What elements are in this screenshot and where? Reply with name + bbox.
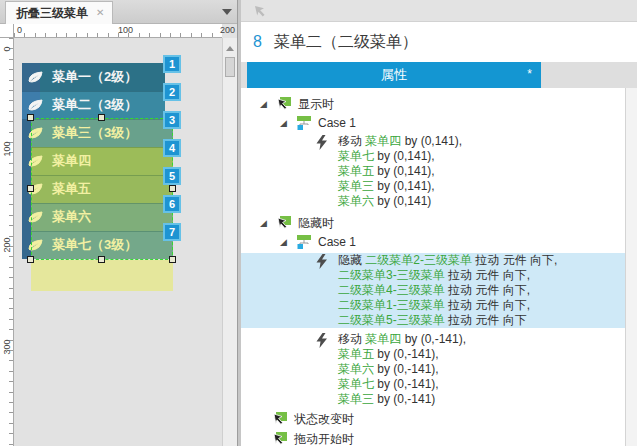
v-ruler-label-300: 300: [2, 338, 12, 356]
event-row-dragstart[interactable]: 拖动开始时: [241, 429, 625, 446]
menu-item-label: 菜单六: [52, 208, 91, 226]
v-ruler-label-100: 100: [2, 140, 12, 158]
case-label: Case 1: [318, 235, 356, 249]
tab-properties[interactable]: 属性 *: [247, 62, 541, 88]
horizontal-ruler: 0 100 200: [14, 24, 222, 38]
leaf-icon: [27, 98, 44, 112]
action-text: 隐藏 二级菜单2-三级菜单 拉动 元件 向下, 二级菜单3-三级菜单 拉动 元件…: [338, 253, 557, 328]
event-row-statechange[interactable]: 状态改变时: [241, 409, 625, 429]
panel-tab-bar: 属性 *: [241, 62, 637, 88]
leaf-icon: [27, 238, 44, 252]
menu-item-label: 菜单一（2级）: [52, 68, 137, 86]
event-cursor-icon: [272, 431, 288, 446]
design-canvas[interactable]: 菜单一（2级） 菜单二（3级） 菜单三（3级） 菜单四 菜单五 菜单六 菜单七（…: [14, 38, 222, 446]
case-label: Case 1: [318, 116, 356, 130]
document-tab-bar: 折叠三级菜单 ✕: [0, 0, 237, 24]
h-ruler-label-100: 100: [118, 25, 133, 35]
action-bolt-icon: [316, 254, 329, 269]
widget-number: 8: [253, 33, 262, 51]
inspector-panel: 8 菜单二（二级菜单） 属性 * ◢ 显示时 ◢: [241, 0, 637, 446]
leaf-icon: [27, 210, 44, 224]
h-ruler-label-0: 0: [17, 25, 22, 35]
h-ruler-label-200: 200: [220, 25, 235, 35]
menu-item-label: 菜单四: [52, 152, 91, 170]
footnote-badge-2: 2: [163, 83, 181, 101]
menu-item-label: 菜单七（3级）: [52, 236, 137, 254]
footnote-badge-3: 3: [163, 111, 181, 129]
menu-item-label: 菜单三（3级）: [52, 124, 137, 142]
vertical-ruler: 0 100 200 300: [0, 38, 14, 446]
selection-handle-mid-left[interactable]: [27, 185, 34, 192]
menu-item-7[interactable]: 菜单七（3级）: [22, 231, 173, 259]
action-bolt-icon: [316, 333, 329, 348]
tab-close-icon[interactable]: ✕: [96, 8, 104, 18]
leaf-icon: [27, 126, 44, 140]
selection-handle-top-left[interactable]: [27, 114, 34, 121]
event-row-onhide[interactable]: ◢ 隐藏时: [241, 213, 625, 233]
menu-item-1[interactable]: 菜单一（2级）: [22, 63, 165, 91]
menu-item-4[interactable]: 菜单四: [22, 147, 173, 175]
widget-title-row: 8 菜单二（二级菜单）: [241, 22, 637, 62]
event-label: 状态改变时: [294, 411, 354, 428]
selection-handle-bottom-right[interactable]: [169, 256, 176, 263]
panel-scrollbar-track[interactable]: [625, 88, 637, 446]
tab-list-dropdown-icon[interactable]: [222, 9, 232, 15]
v-ruler-label-200: 200: [2, 236, 12, 254]
widget-title: 菜单二（二级菜单）: [274, 32, 418, 53]
footnote-badge-4: 4: [163, 139, 181, 157]
leaf-icon: [27, 154, 44, 168]
unsaved-marker: *: [527, 67, 532, 81]
case-diagram-icon: [296, 115, 312, 131]
v-ruler-label-0: 0: [2, 40, 12, 58]
selection-handle-bottom-mid[interactable]: [98, 256, 105, 263]
event-cursor-icon: [276, 215, 292, 231]
action-move-hide[interactable]: 移动 菜单四 by (0,-141), 菜单五 by (0,-141), 菜单六…: [241, 332, 625, 407]
action-text: 移动 菜单四 by (0,-141), 菜单五 by (0,-141), 菜单六…: [338, 332, 466, 407]
footnote-badge-7: 7: [163, 223, 181, 241]
panel-header-bar: [241, 0, 637, 22]
footnote-badge-6: 6: [163, 195, 181, 213]
case-row[interactable]: ◢ Case 1: [241, 233, 625, 251]
menu-item-label: 菜单五: [52, 180, 91, 198]
interactions-list: ◢ 显示时 ◢ Case 1: [241, 88, 625, 446]
menu-item-3[interactable]: 菜单三（3级）: [22, 119, 173, 147]
leaf-icon: [27, 70, 44, 84]
event-label: 隐藏时: [298, 215, 334, 232]
action-hide-selected[interactable]: 隐藏 二级菜单2-三级菜单 拉动 元件 向下, 二级菜单3-三级菜单 拉动 元件…: [241, 253, 625, 328]
scroll-up-icon[interactable]: [226, 46, 234, 51]
action-text: 移动 菜单四 by (0,141), 菜单七 by (0,141), 菜单五 b…: [338, 134, 462, 209]
menu-item-2[interactable]: 菜单二（3级）: [22, 91, 165, 119]
cursor-arrow-icon: [253, 4, 267, 18]
hidden-widget-placeholder[interactable]: [31, 260, 173, 291]
menu-item-6[interactable]: 菜单六: [22, 203, 173, 231]
case-row[interactable]: ◢ Case 1: [241, 114, 625, 132]
selection-handle-top-mid[interactable]: [98, 114, 105, 121]
canvas-vertical-scrollbar[interactable]: [222, 38, 237, 446]
event-row-onshow[interactable]: ◢ 显示时: [241, 94, 625, 114]
event-cursor-icon: [272, 411, 288, 427]
event-cursor-icon: [276, 96, 292, 112]
menu-item-5[interactable]: 菜单五: [22, 175, 173, 203]
document-tab-label: 折叠三级菜单: [16, 5, 88, 22]
action-bolt-icon: [316, 135, 329, 150]
document-tab[interactable]: 折叠三级菜单 ✕: [5, 1, 113, 24]
scrollbar-thumb[interactable]: [225, 57, 235, 77]
event-label: 拖动开始时: [294, 431, 354, 446]
collapse-triangle-icon[interactable]: ◢: [260, 100, 270, 109]
collapse-triangle-icon[interactable]: ◢: [280, 238, 290, 247]
selection-handle-bottom-left[interactable]: [27, 256, 34, 263]
action-move-show[interactable]: 移动 菜单四 by (0,141), 菜单七 by (0,141), 菜单五 b…: [241, 134, 625, 209]
menu-item-label: 菜单二（3级）: [52, 96, 137, 114]
axure-workspace: 折叠三级菜单 ✕ 0 100 200 0 100 200 300 菜单一（2级）…: [0, 0, 637, 446]
footnote-badge-5: 5: [163, 167, 181, 185]
collapse-triangle-icon[interactable]: ◢: [260, 219, 270, 228]
case-diagram-icon: [296, 234, 312, 250]
footnote-badge-1: 1: [163, 55, 181, 73]
ruler-corner: [0, 24, 14, 38]
collapse-triangle-icon[interactable]: ◢: [280, 119, 290, 128]
tab-properties-label: 属性: [381, 66, 407, 84]
selection-handle-mid-right[interactable]: [169, 185, 176, 192]
event-label: 显示时: [298, 96, 334, 113]
